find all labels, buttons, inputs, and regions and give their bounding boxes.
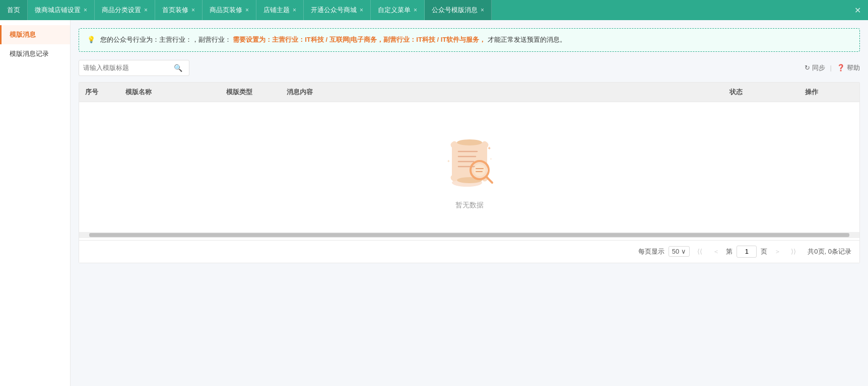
page-unit: 页 [761, 247, 767, 256]
tab-custom-menu-close[interactable]: × [414, 7, 417, 14]
empty-text: 暂无数据 [455, 201, 484, 210]
search-input-wrap: 🔍 [79, 60, 189, 76]
sync-icon: ↻ [805, 64, 810, 71]
total-info: 共0页, 0条记录 [808, 247, 851, 256]
search-bar: 🔍 ↻ 同步 | ❓ 帮助 [79, 60, 860, 76]
tab-open-mall-close[interactable]: × [360, 7, 363, 14]
tab-product-decor-label: 商品页装修 [210, 6, 242, 15]
tab-product-decor-close[interactable]: × [245, 7, 249, 14]
notice-suffix: 才能正常发送预置的消息。 [488, 36, 566, 43]
help-button[interactable]: ❓ 帮助 [837, 63, 860, 72]
notice-icon: 💡 [87, 36, 95, 43]
sidebar-item-template-msg-record-label: 模版消息记录 [10, 50, 49, 57]
content-area: 💡 您的公众号行业为：主营行业：，副营行业： 需要设置为：主营行业：IT科技 /… [71, 20, 868, 386]
page-label: 第 [726, 247, 732, 256]
svg-text:✦: ✦ [447, 159, 450, 164]
tab-home-label: 首页 [7, 6, 20, 15]
tab-store-settings[interactable]: 微商城店铺设置 × [28, 0, 95, 20]
tab-template-msg[interactable]: 公众号模版消息 × [425, 0, 492, 20]
help-icon: ❓ [837, 64, 845, 71]
sidebar: 模版消息 模版消息记录 [0, 20, 71, 386]
tab-custom-menu[interactable]: 自定义菜单 × [371, 0, 425, 20]
scrollbar-thumb[interactable] [89, 233, 849, 237]
page-size-label: 每页显示 [638, 247, 664, 256]
notice-highlight: 需要设置为：主营行业：IT科技 / 互联网|电子商务，副营行业：IT科技 / I… [233, 36, 486, 43]
help-label: 帮助 [847, 63, 860, 72]
tab-homepage-decor-label: 首页装修 [162, 6, 188, 15]
page-size-value: 50 [672, 248, 679, 255]
pagination: 每页显示 50 ∨ ⟨⟨ ＜ 第 页 ＞ ⟩⟩ 共0页, 0条记录 [79, 240, 859, 263]
first-page-button[interactable]: ⟨⟨ [694, 246, 706, 258]
tab-store-theme-label: 店铺主题 [263, 6, 290, 15]
search-input[interactable] [83, 60, 174, 75]
chevron-down-icon: ∨ [681, 248, 686, 255]
prev-page-button[interactable]: ＜ [710, 246, 722, 258]
svg-point-6 [457, 177, 482, 183]
sync-label: 同步 [812, 63, 825, 72]
empty-illustration: ✦ ✦ ✦ [439, 132, 500, 193]
tab-category-settings-close[interactable]: × [144, 7, 148, 14]
last-page-button[interactable]: ⟩⟩ [787, 246, 799, 258]
next-page-button[interactable]: ＞ [771, 246, 783, 258]
search-actions: ↻ 同步 | ❓ 帮助 [805, 63, 860, 72]
tab-category-settings[interactable]: 商品分类设置 × [95, 0, 155, 20]
tab-template-msg-label: 公众号模版消息 [432, 6, 478, 15]
page-size-select[interactable]: 50 ∨ [669, 246, 690, 257]
empty-state: ✦ ✦ ✦ 暂无数据 [79, 102, 859, 230]
data-table: 序号 模版名称 模版类型 消息内容 状态 操作 [79, 82, 860, 263]
tab-open-mall[interactable]: 开通公众号商城 × [304, 0, 371, 20]
tab-store-settings-close[interactable]: × [84, 7, 87, 14]
main-layout: 模版消息 模版消息记录 💡 您的公众号行业为：主营行业：，副营行业： 需要设置为… [0, 20, 868, 386]
tab-home[interactable]: 首页 [0, 0, 28, 20]
table-header: 序号 模版名称 模版类型 消息内容 状态 操作 [79, 83, 859, 102]
col-name: 模版名称 [119, 83, 220, 102]
svg-point-5 [457, 139, 482, 145]
col-content: 消息内容 [281, 83, 723, 102]
search-icon[interactable]: 🔍 [174, 64, 182, 72]
tab-store-theme-close[interactable]: × [293, 7, 296, 14]
svg-text:✦: ✦ [487, 145, 491, 151]
notice-box: 💡 您的公众号行业为：主营行业：，副营行业： 需要设置为：主营行业：IT科技 /… [79, 28, 860, 52]
sidebar-item-template-msg-record[interactable]: 模版消息记录 [0, 44, 70, 63]
tab-homepage-decor-close[interactable]: × [191, 7, 195, 14]
svg-text:✦: ✦ [490, 158, 492, 161]
svg-point-8 [474, 164, 486, 176]
col-status: 状态 [723, 83, 799, 102]
col-type: 模版类型 [220, 83, 281, 102]
sidebar-item-template-msg-label: 模版消息 [10, 31, 36, 38]
close-all-tabs[interactable]: ✕ [847, 6, 868, 15]
tab-homepage-decor[interactable]: 首页装修 × [155, 0, 203, 20]
col-index: 序号 [79, 83, 119, 102]
top-nav: 首页 微商城店铺设置 × 商品分类设置 × 首页装修 × 商品页装修 × 店铺主… [0, 0, 868, 20]
sync-button[interactable]: ↻ 同步 [805, 63, 825, 72]
col-action: 操作 [799, 83, 859, 102]
tab-product-decor[interactable]: 商品页装修 × [203, 0, 256, 20]
tab-custom-menu-label: 自定义菜单 [378, 6, 411, 15]
tab-store-theme[interactable]: 店铺主题 × [256, 0, 304, 20]
sidebar-item-template-msg[interactable]: 模版消息 [0, 25, 70, 44]
notice-prefix: 您的公众号行业为：主营行业：，副营行业： [100, 36, 231, 43]
page-number-input[interactable] [737, 246, 757, 258]
action-separator: | [830, 64, 832, 71]
tab-template-msg-close[interactable]: × [481, 7, 484, 14]
tab-store-settings-label: 微商城店铺设置 [35, 6, 81, 15]
tab-category-settings-label: 商品分类设置 [102, 6, 141, 15]
horizontal-scrollbar[interactable] [79, 232, 859, 238]
tab-open-mall-label: 开通公众号商城 [311, 6, 357, 15]
